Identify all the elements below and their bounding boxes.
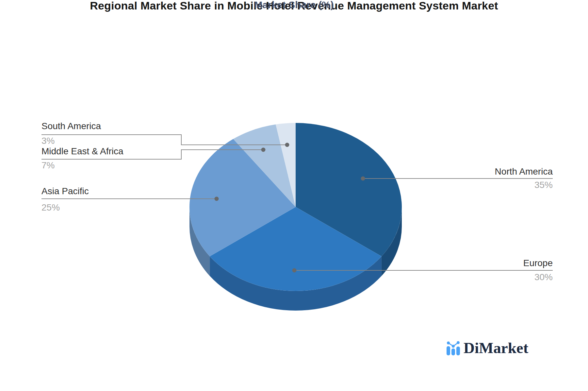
callout-label-middle-east-africa: Middle East & Africa bbox=[41, 147, 123, 156]
logo-bar-2 bbox=[451, 348, 455, 355]
leader-dot-europe bbox=[292, 268, 297, 273]
logo-bar-1 bbox=[447, 346, 450, 355]
dimarket-logo-text: DiMarket bbox=[464, 340, 528, 356]
callout-value-north-america: 35% bbox=[534, 180, 553, 190]
leader-dot-middle-east-africa bbox=[261, 148, 266, 152]
logo-dot-1 bbox=[447, 342, 450, 345]
callout-value-europe: 30% bbox=[534, 273, 553, 282]
callout-value-middle-east-africa: 7% bbox=[41, 161, 55, 170]
dimarket-logo-icon bbox=[445, 340, 462, 356]
leader-dot-south-america bbox=[285, 143, 289, 147]
leader-dot-north-america bbox=[361, 177, 365, 181]
chart-page: { "header": { "title": "Regional Market … bbox=[0, 0, 588, 391]
logo-dot-3 bbox=[457, 341, 460, 344]
callout-label-asia-pacific: Asia Pacific bbox=[41, 187, 89, 196]
callout-value-south-america: 3% bbox=[41, 136, 55, 145]
callout-label-north-america: North America bbox=[495, 167, 553, 176]
callout-label-south-america: South America bbox=[41, 122, 101, 131]
callout-label-europe: Europe bbox=[523, 259, 553, 268]
leader-dot-asia-pacific bbox=[215, 197, 219, 201]
logo-dot-2 bbox=[452, 345, 455, 348]
callout-value-asia-pacific: 25% bbox=[41, 203, 60, 212]
logo-bar-3 bbox=[456, 347, 460, 355]
